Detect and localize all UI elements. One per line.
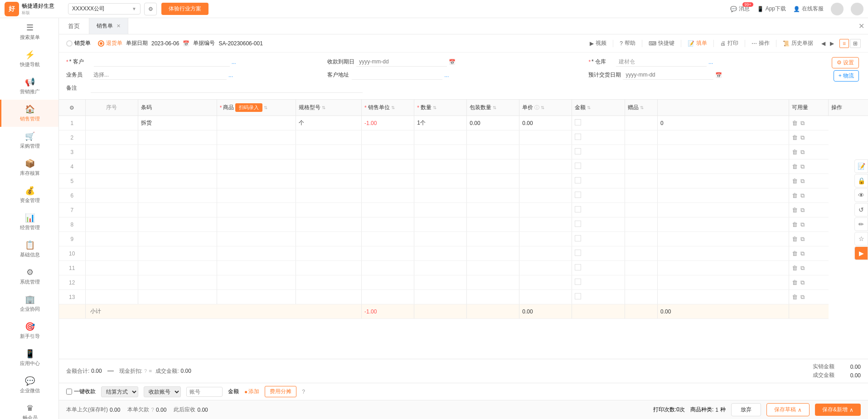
r2q[interactable]: [362, 130, 414, 145]
r12b[interactable]: [85, 275, 138, 290]
nav-next-button[interactable]: ▶: [828, 39, 836, 48]
r12u[interactable]: [296, 275, 361, 290]
r9-delete-icon[interactable]: 🗑: [792, 236, 798, 242]
r3b[interactable]: [85, 145, 138, 159]
view-list-button[interactable]: ≡: [839, 39, 849, 48]
r4-delete-icon[interactable]: 🗑: [792, 163, 798, 170]
r9p[interactable]: [138, 232, 217, 246]
row1-pkg[interactable]: 1个: [414, 116, 467, 130]
r8q[interactable]: [362, 217, 414, 232]
radio-sales[interactable]: 销货单: [66, 39, 91, 47]
float-note-button[interactable]: 📝: [854, 159, 868, 173]
r9u[interactable]: [296, 232, 361, 246]
r12-delete-icon[interactable]: 🗑: [792, 279, 798, 286]
r5p[interactable]: [138, 174, 217, 188]
r11a[interactable]: [519, 261, 572, 275]
r13s[interactable]: [217, 290, 296, 304]
tab-sales-order[interactable]: 销售单 ✕: [89, 18, 128, 34]
payment-amount-input[interactable]: [186, 387, 223, 397]
r4p[interactable]: [138, 159, 217, 174]
r5u[interactable]: [296, 174, 361, 188]
r2-gift-checkbox[interactable]: [575, 134, 581, 140]
settings-action-button[interactable]: ⚙ 设置: [832, 57, 859, 68]
r3u[interactable]: [296, 145, 361, 159]
r11b[interactable]: [85, 261, 138, 275]
company-selector[interactable]: XXXXXX公司 ▼: [68, 3, 141, 14]
quick-pay-checkbox-label[interactable]: 一键收款: [66, 388, 96, 395]
r7p[interactable]: [138, 203, 217, 217]
r3q[interactable]: [362, 145, 414, 159]
r13-gift-checkbox[interactable]: [575, 293, 581, 299]
row1-delete-icon[interactable]: 🗑: [792, 120, 798, 126]
r13p[interactable]: [138, 290, 217, 304]
sidebar-item-basic[interactable]: 📋 基础信息: [0, 236, 58, 263]
message-button[interactable]: 💬 消息 99+: [730, 5, 750, 13]
toolbar-operations[interactable]: ⋯ 操作: [749, 38, 772, 48]
r10-gift-checkbox[interactable]: [575, 250, 581, 256]
r9q[interactable]: [362, 232, 414, 246]
r9b[interactable]: [85, 232, 138, 246]
r5pr[interactable]: [467, 174, 519, 188]
r11-delete-icon[interactable]: 🗑: [792, 265, 798, 271]
toolbar-print[interactable]: 🖨 打印: [718, 38, 741, 48]
toolbar-video[interactable]: ▶ 视频: [587, 38, 609, 48]
r4-copy-icon[interactable]: ⧉: [800, 163, 805, 170]
experience-button[interactable]: 体验行业方案: [161, 3, 209, 15]
discard-button[interactable]: 放弃: [731, 403, 761, 416]
sidebar-item-system[interactable]: ⚙ 系统管理: [0, 263, 58, 290]
expected-date-input[interactable]: [623, 70, 713, 80]
th-spec-sort-icon[interactable]: ⇅: [322, 105, 325, 110]
r11q[interactable]: [362, 261, 414, 275]
r7pk[interactable]: [414, 203, 467, 217]
r7pr[interactable]: [467, 203, 519, 217]
nav-prev-button[interactable]: ◀: [820, 39, 827, 48]
r8-delete-icon[interactable]: 🗑: [792, 221, 798, 228]
user-avatar-extra[interactable]: [851, 3, 863, 15]
r5b[interactable]: [85, 174, 138, 188]
r7-delete-icon[interactable]: 🗑: [792, 207, 798, 213]
r6s[interactable]: [217, 188, 296, 203]
r13u[interactable]: [296, 290, 361, 304]
r2s[interactable]: [217, 130, 296, 145]
r11-copy-icon[interactable]: ⧉: [800, 265, 805, 272]
user-avatar[interactable]: [831, 3, 844, 15]
r7-gift-checkbox[interactable]: [575, 206, 581, 212]
r12pr[interactable]: [467, 275, 519, 290]
r11p[interactable]: [138, 261, 217, 275]
arrears-info-icon[interactable]: ?: [151, 407, 154, 413]
r3-gift-checkbox[interactable]: [575, 148, 581, 154]
r11pk[interactable]: [414, 261, 467, 275]
discount-info-icon[interactable]: ?: [144, 368, 147, 374]
float-pencil-button[interactable]: ✏: [854, 217, 868, 231]
service-button[interactable]: 👤 在线客服: [793, 5, 824, 13]
r13-delete-icon[interactable]: 🗑: [792, 294, 798, 300]
logistics-action-button[interactable]: + 物流: [834, 70, 859, 82]
r11s[interactable]: [217, 261, 296, 275]
r10pr[interactable]: [467, 246, 519, 261]
sidebar-item-search[interactable]: ☰ 搜索菜单: [0, 18, 58, 45]
r6a[interactable]: [519, 188, 572, 203]
r12p[interactable]: [138, 275, 217, 290]
r8-copy-icon[interactable]: ⧉: [800, 221, 805, 228]
r6-delete-icon[interactable]: 🗑: [792, 192, 798, 199]
r4a[interactable]: [519, 159, 572, 174]
r4-gift-checkbox[interactable]: [575, 163, 581, 169]
r13a[interactable]: [519, 290, 572, 304]
r12s[interactable]: [217, 275, 296, 290]
row1-unit[interactable]: 个: [296, 116, 361, 130]
row1-spec[interactable]: [217, 116, 296, 130]
r10b[interactable]: [85, 246, 138, 261]
r4s[interactable]: [217, 159, 296, 174]
float-lock-button[interactable]: 🔒: [854, 174, 868, 188]
r9pk[interactable]: [414, 232, 467, 246]
r3-copy-icon[interactable]: ⧉: [800, 149, 805, 156]
r6pr[interactable]: [467, 188, 519, 203]
th-product-sort-icon[interactable]: ⇅: [264, 105, 267, 110]
expense-help-icon[interactable]: ?: [302, 389, 305, 395]
row1-barcode[interactable]: [85, 116, 138, 130]
sidebar-item-enterprise[interactable]: 🏢 企业协同: [0, 290, 58, 317]
r8pk[interactable]: [414, 217, 467, 232]
r7-copy-icon[interactable]: ⧉: [800, 207, 805, 214]
r8-gift-checkbox[interactable]: [575, 221, 581, 227]
r4b[interactable]: [85, 159, 138, 174]
